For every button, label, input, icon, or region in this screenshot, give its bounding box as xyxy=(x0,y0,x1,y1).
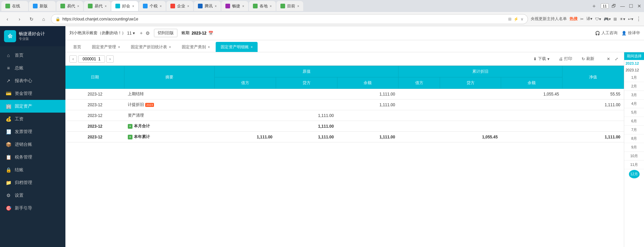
tab-close-tab8[interactable]: × xyxy=(215,4,217,8)
tab-close-tab4[interactable]: × xyxy=(105,4,107,8)
browser-tab-tab10[interactable]: 各地× xyxy=(249,1,276,11)
sidebar-item-payroll[interactable]: 💰 工资 xyxy=(0,113,65,125)
next-page-btn[interactable]: › xyxy=(106,55,114,63)
browser-tab-tab4[interactable]: 易代× xyxy=(84,1,111,11)
sidebar-item-tax[interactable]: 📋 税务管理 xyxy=(0,151,65,164)
chevron-down-icon[interactable]: ∨ xyxy=(521,17,524,21)
page-tab-close-fixed-assets-mgmt[interactable]: × xyxy=(118,45,120,49)
user-profile-btn[interactable]: 👤 徐译华 xyxy=(622,30,640,36)
browser-tab-tab1[interactable]: 在线 xyxy=(1,1,28,11)
refresh-browser-button[interactable]: ↻ xyxy=(27,14,36,24)
tab-close-tab9[interactable]: × xyxy=(242,4,244,8)
refresh-btn[interactable]: ↻ 刷新 xyxy=(579,55,597,63)
sidebar-label-ledger: 总账 xyxy=(15,65,23,71)
period-year-0[interactable]: 2023.12 xyxy=(624,60,644,67)
period-month-4月[interactable]: 4月 xyxy=(624,100,644,108)
th-summary: 摘要 xyxy=(124,66,215,89)
download-btn[interactable]: ⬇ 下载 ▾ xyxy=(531,55,552,63)
browser-tab-tab9[interactable]: 畅捷× xyxy=(221,1,248,11)
restore-window-btn[interactable]: 🗗 xyxy=(610,3,618,9)
extension-icon1[interactable]: 🛡▾ xyxy=(595,17,601,21)
sidebar-item-fixed-assets[interactable]: 🏢 固定资产 xyxy=(0,100,65,113)
browser-menu[interactable]: ⋮ xyxy=(636,16,641,22)
page-tab-fixed-assets-category[interactable]: 固定资产类别× xyxy=(177,42,215,52)
user-count: 11 xyxy=(127,31,131,36)
browser-tab-tab6[interactable]: 个税× xyxy=(139,1,166,11)
browser-tab-tab5[interactable]: 好会× xyxy=(111,1,138,11)
page-tab-fixed-assets-detail[interactable]: 固定资产明细账× xyxy=(216,42,258,52)
period-month-9月[interactable]: 9月 xyxy=(624,143,644,152)
print-btn[interactable]: 🖨 打印 xyxy=(556,55,575,63)
tab-close-tab6[interactable]: × xyxy=(160,4,162,8)
sidebar-item-settings[interactable]: ⚙ 设置 xyxy=(0,189,65,202)
period-month-11月[interactable]: 11月 xyxy=(624,161,644,169)
new-tab-button[interactable]: ＋ xyxy=(589,1,599,11)
header-right: 🎧 人工咨询 👤 徐译华 xyxy=(595,30,640,36)
period-year-1[interactable]: 2023.12 xyxy=(624,67,644,73)
sidebar-item-funds[interactable]: 💳 资金管理 xyxy=(0,87,65,100)
page-tab-fixed-assets-mgmt[interactable]: 固定资产管理× xyxy=(87,42,125,52)
period-month-10月[interactable]: 10月 xyxy=(624,152,644,161)
grid-icon[interactable]: ⊞ xyxy=(613,17,617,21)
page-tab-fixed-assets-depreciation[interactable]: 固定资产折旧统计表× xyxy=(126,42,176,52)
forward-button[interactable]: › xyxy=(15,14,24,24)
sidebar-item-home[interactable]: ⌂ 首页 xyxy=(0,49,65,62)
sidebar-item-closing[interactable]: 🔒 结账 xyxy=(0,164,65,176)
period-month-2月[interactable]: 2月 xyxy=(624,82,644,91)
period-month-6月[interactable]: 6月 xyxy=(624,117,644,126)
page-input[interactable]: 000001 1 xyxy=(78,55,105,63)
tab-close-tab11[interactable]: × xyxy=(297,4,299,8)
browser-tab-tab2[interactable]: 新版 xyxy=(29,1,56,11)
close-window-btn[interactable]: ✕ xyxy=(636,3,643,9)
page-tab-close-fixed-assets-category[interactable]: × xyxy=(208,45,210,49)
cell-date-2: 2023-12 xyxy=(66,110,124,121)
period-month-7月[interactable]: 7月 xyxy=(624,126,644,134)
sidebar-item-guide[interactable]: 🎯 新手引导 xyxy=(0,202,65,214)
tab-close-tab3[interactable]: × xyxy=(77,4,79,8)
sidebar-item-ledger[interactable]: ≡ 总账 xyxy=(0,62,65,74)
period-month-12月[interactable]: 12月 xyxy=(629,170,640,179)
sidebar-item-archive[interactable]: 📁 归档管理 xyxy=(0,176,65,189)
tab-close-tab5[interactable]: × xyxy=(132,4,134,8)
maximize-btn[interactable]: ☐ xyxy=(628,3,635,9)
browser-tab-tab7[interactable]: 企业× xyxy=(166,1,193,11)
prev-page-btn[interactable]: ‹ xyxy=(69,55,77,63)
page-tab-close-fixed-assets-detail[interactable]: × xyxy=(251,45,253,49)
qr-icon[interactable]: ⊞ xyxy=(508,17,512,21)
table-row: 2023-12 +本年累计 1,111.00 1,111.00 1,111.00… xyxy=(66,132,624,142)
address-box[interactable]: 🔒 https://cloud.chanjet.com/accounting/u… xyxy=(51,14,528,24)
history-icon[interactable]: ↩▾ xyxy=(628,17,633,21)
translate-icon[interactable]: 译▾ xyxy=(586,16,592,22)
extension-icon2[interactable]: 🎮▾ xyxy=(604,17,611,21)
sidebar-item-invoice[interactable]: 🧾 发票管理 xyxy=(0,125,65,138)
scissors-icon[interactable]: ✂ xyxy=(580,17,584,21)
sidebar-item-inventory[interactable]: 📦 进销台账 xyxy=(0,138,65,151)
page-tab-home[interactable]: 首页 xyxy=(68,42,86,52)
period-month-3月[interactable]: 3月 xyxy=(624,91,644,100)
browser-tab-tab11[interactable]: 目前× xyxy=(276,1,303,11)
th-accum-balance: 余额 xyxy=(501,77,562,89)
calendar-icon[interactable]: 📅 xyxy=(208,31,213,36)
page-tab-close-fixed-assets-depreciation[interactable]: × xyxy=(169,45,171,49)
cell-net-value-0: 55.55 xyxy=(562,89,624,100)
expand-panel-btn[interactable]: ⤢ xyxy=(613,56,620,62)
tab-close-tab10[interactable]: × xyxy=(270,4,272,8)
browser-tab-tab3[interactable]: 易代× xyxy=(56,1,83,11)
settings-book-btn[interactable]: ⚙ xyxy=(146,30,150,36)
settings-icon[interactable]: ☀▾ xyxy=(620,17,625,21)
help-btn[interactable]: 🎧 人工咨询 xyxy=(595,30,618,36)
minimize-btn[interactable]: — xyxy=(619,3,626,9)
switch-version-btn[interactable]: 切到旧版 xyxy=(154,29,177,37)
tab-close-tab7[interactable]: × xyxy=(187,4,189,8)
user-dropdown-icon[interactable]: ▾ xyxy=(133,31,135,36)
period-month-5月[interactable]: 5月 xyxy=(624,108,644,117)
period-month-8月[interactable]: 8月 xyxy=(624,134,644,143)
period-month-1月[interactable]: 1月 xyxy=(624,73,644,82)
add-book-btn[interactable]: ＋ xyxy=(139,30,144,36)
lightning-icon[interactable]: ⚡ xyxy=(514,17,519,21)
home-browser-button[interactable]: ⌂ xyxy=(39,14,48,24)
browser-tab-tab8[interactable]: 腾讯× xyxy=(194,1,221,11)
sidebar-item-reports[interactable]: ↗ 报表中心 xyxy=(0,74,65,87)
back-button[interactable]: ‹ xyxy=(3,14,12,24)
close-panel-btn[interactable]: ✕ xyxy=(605,56,612,62)
